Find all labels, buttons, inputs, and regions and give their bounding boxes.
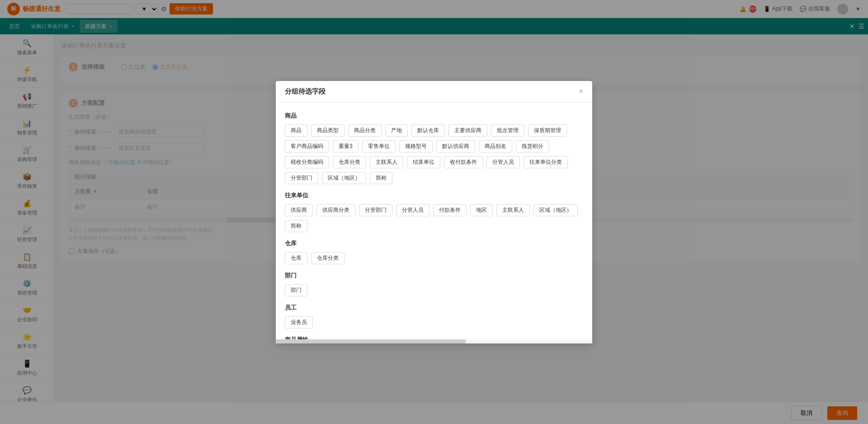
chip-retail-unit[interactable]: 零售单位 bbox=[362, 140, 396, 152]
chip-warehouse-category[interactable]: 仓库分类 bbox=[333, 156, 366, 168]
chip-product-alias[interactable]: 商品别名 bbox=[479, 140, 512, 152]
group-title-product-attr: 商品属性 bbox=[285, 336, 583, 340]
group-title-counterparty: 往来单位 bbox=[285, 191, 583, 200]
warehouse-chips: 仓库 仓库分类 bbox=[285, 252, 583, 264]
chip-origin[interactable]: 产地 bbox=[385, 124, 408, 137]
chip-customer-sku[interactable]: 客户商品编码 bbox=[285, 140, 329, 152]
chip-shelf-life[interactable]: 保质期管理 bbox=[528, 124, 567, 137]
chip-personnel-mgmt[interactable]: 分管人员 bbox=[396, 204, 429, 216]
employee-chips: 业务员 bbox=[285, 316, 583, 329]
group-title-product: 商品 bbox=[285, 112, 583, 120]
dialog-title: 分组待选字段 bbox=[285, 87, 326, 96]
chip-region-cp[interactable]: 区域（地区） bbox=[533, 204, 578, 216]
chip-area[interactable]: 地区 bbox=[470, 204, 493, 216]
chip-payment-condition[interactable]: 付款条件 bbox=[433, 204, 467, 216]
chip-main-contact-cp[interactable]: 主联系人 bbox=[496, 204, 530, 216]
chip-default-warehouse[interactable]: 默认仓库 bbox=[411, 124, 445, 137]
dept-chips: 部门 bbox=[285, 284, 583, 296]
chip-tax-code[interactable]: 税收分类编码 bbox=[285, 156, 329, 168]
chip-warehouse[interactable]: 仓库 bbox=[285, 252, 307, 264]
chip-dept[interactable]: 分管部门 bbox=[285, 172, 318, 184]
dialog-header: 分组待选字段 × bbox=[276, 81, 592, 103]
chip-supplier[interactable]: 供应商 bbox=[285, 204, 313, 216]
chip-spec-model[interactable]: 规格型号 bbox=[399, 140, 433, 152]
chip-weight[interactable]: 重量3 bbox=[333, 140, 359, 152]
chip-settlement-unit[interactable]: 结算单位 bbox=[407, 156, 440, 168]
chip-department[interactable]: 部门 bbox=[285, 284, 307, 296]
chip-batch-mgmt[interactable]: 批次管理 bbox=[491, 124, 524, 137]
field-select-dialog: 分组待选字段 × 商品 商品 商品类型 商品分类 产地 默认仓库 主要供应商 批… bbox=[276, 81, 592, 343]
counterparty-chips: 供应商 供应商分类 分管部门 分管人员 付款条件 地区 主联系人 区域（地区） … bbox=[285, 204, 583, 232]
chip-counterparty-category[interactable]: 往来单位分类 bbox=[524, 156, 568, 168]
chip-region-product[interactable]: 区域（地区） bbox=[322, 172, 366, 184]
chip-abbr-cp[interactable]: 简称 bbox=[285, 220, 307, 232]
dialog-horizontal-scroll[interactable] bbox=[276, 339, 592, 343]
group-title-warehouse: 仓库 bbox=[285, 239, 583, 248]
chip-product[interactable]: 商品 bbox=[285, 124, 307, 137]
chip-pick-points[interactable]: 拣货积分 bbox=[516, 140, 549, 152]
chip-payment-terms[interactable]: 收付款条件 bbox=[444, 156, 483, 168]
product-chips: 商品 商品类型 商品分类 产地 默认仓库 主要供应商 批次管理 保质期管理 客户… bbox=[285, 124, 583, 184]
chip-product-category[interactable]: 商品分类 bbox=[348, 124, 382, 137]
chip-main-contact[interactable]: 主联系人 bbox=[370, 156, 403, 168]
chip-abbr-product[interactable]: 简称 bbox=[370, 172, 392, 184]
dialog-close-button[interactable]: × bbox=[579, 87, 583, 95]
chip-dept-mgmt[interactable]: 分管部门 bbox=[359, 204, 392, 216]
chip-salesperson[interactable]: 业务员 bbox=[285, 316, 313, 329]
group-title-dept: 部门 bbox=[285, 272, 583, 280]
dialog-overlay: 分组待选字段 × 商品 商品 商品类型 商品分类 产地 默认仓库 主要供应商 批… bbox=[0, 0, 868, 424]
dialog-scroll-thumb bbox=[276, 339, 466, 343]
dialog-body: 商品 商品 商品类型 商品分类 产地 默认仓库 主要供应商 批次管理 保质期管理… bbox=[276, 103, 592, 340]
chip-main-supplier[interactable]: 主要供应商 bbox=[448, 124, 487, 137]
chip-default-supplier[interactable]: 默认供应商 bbox=[436, 140, 475, 152]
chip-warehouse-cat[interactable]: 仓库分类 bbox=[311, 252, 344, 264]
chip-manager[interactable]: 分管人员 bbox=[486, 156, 520, 168]
chip-supplier-category[interactable]: 供应商分类 bbox=[316, 204, 355, 216]
group-title-employee: 员工 bbox=[285, 304, 583, 312]
chip-product-type[interactable]: 商品类型 bbox=[311, 124, 344, 137]
